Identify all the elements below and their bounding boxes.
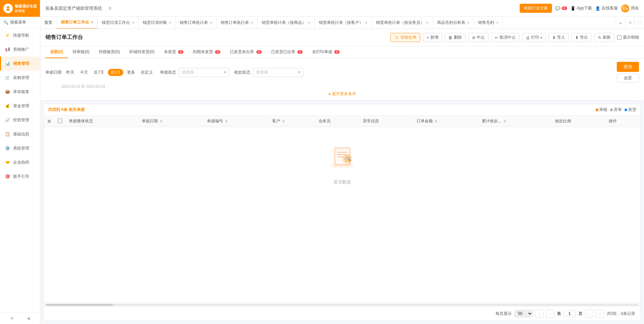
sales-customer-close-icon[interactable]: ✕ <box>365 21 368 25</box>
col-amount[interactable]: 订单金额 ⇅ <box>413 116 478 127</box>
col-customer[interactable]: 客户 ⇅ <box>269 116 315 127</box>
tab-cash-reconcile[interactable]: 钱货日清对账 ✕ <box>139 17 176 29</box>
sub-tab-all[interactable]: 全部(0) <box>45 46 68 58</box>
system-name: 装备及固定资产辅助管理系统 <box>45 5 102 11</box>
filter-setting-btn[interactable]: 设置 <box>617 74 639 83</box>
sidebar-settings-btn[interactable]: ⚙ <box>10 316 14 321</box>
col-number[interactable]: 单据编号 ⇅ <box>204 116 269 127</box>
sales-product-close-icon[interactable]: ✕ <box>308 21 310 25</box>
date-yesterday[interactable]: 昨天 <box>64 69 76 76</box>
first-page-btn[interactable]: « <box>535 310 544 318</box>
page-input[interactable] <box>564 310 576 317</box>
sub-tab-not-shipped[interactable]: 未发货 0 <box>159 46 188 58</box>
sub-tab-wangpu[interactable]: 旺铺待发货(0) <box>125 46 159 58</box>
pause-btn[interactable]: ⊘ 中止 <box>468 33 488 42</box>
sidebar-item-quicknav[interactable]: ⚡ 快捷导航 <box>0 28 40 42</box>
export-btn[interactable]: ⬆ 导出 <box>571 33 592 42</box>
tab-cash-daily[interactable]: 钱货日清工作台 ✕ <box>98 17 139 29</box>
sidebar-collapse-btn[interactable]: ◀ <box>27 316 30 321</box>
sidebar-item-marketing[interactable]: 📢 营销推广 <box>0 42 40 56</box>
date-7days[interactable]: 近7天 <box>92 69 106 76</box>
smart-generate-btn[interactable]: ✨ 智能生单 <box>390 33 420 42</box>
sub-tab-overdue-ship[interactable]: 到期未发货 0 <box>188 46 225 58</box>
industry-btn[interactable]: 体验行业方案 <box>520 4 552 13</box>
sidebar-item-system[interactable]: ⚙️ 系统管理 <box>0 141 40 155</box>
page-size-select[interactable]: 50 20 100 <box>514 310 533 317</box>
table-scroll[interactable]: ⚙ 单据整体状态 单据日期 ⇅ 单据编号 ⇅ <box>44 116 640 302</box>
scrollbar-thumb[interactable] <box>46 304 113 306</box>
horizontal-scrollbar[interactable] <box>44 302 640 307</box>
date-custom[interactable]: 自定义 <box>139 69 155 76</box>
sidebar-system-label: 系统管理 <box>13 146 29 151</box>
tab-close-all-btn[interactable]: ✕ <box>625 17 635 29</box>
last-page-btn[interactable]: » <box>596 310 604 318</box>
cancel-pause-btn[interactable]: ↩ 取消中止 <box>491 33 519 42</box>
tab-more-btn[interactable]: ▸ <box>616 17 625 29</box>
online-service-btn[interactable]: 👤 在线客服 <box>595 5 618 11</box>
col-date[interactable]: 单据日期 ⇅ <box>138 116 204 127</box>
gross-margin-close-icon[interactable]: ✕ <box>467 21 470 25</box>
sales-staff-close-icon[interactable]: ✕ <box>426 21 429 25</box>
sidebar-item-search[interactable]: 🔍 搜索菜单 <box>0 17 40 28</box>
expand-conditions-btn[interactable]: ▾ 展开更多条件 <box>329 91 356 97</box>
sidebar-item-basic[interactable]: 📋 基础信息 <box>0 127 40 141</box>
date-today[interactable]: 今天 <box>78 69 90 76</box>
tab-fullscreen-btn[interactable]: ⛶ <box>635 17 644 29</box>
app-download-btn[interactable]: 📱 App下载 <box>570 5 592 11</box>
sales-exec-close-icon[interactable]: ✕ <box>251 21 253 25</box>
user-area[interactable]: Ea 用友 <box>621 4 639 12</box>
sidebar-item-finance[interactable]: 💰 资金管理 <box>0 99 40 113</box>
sales-more-close-icon[interactable]: ✕ <box>496 21 499 25</box>
sub-tab-not-printed[interactable]: 未打印单据 0 <box>307 46 344 58</box>
tab-sales-workbench[interactable]: 销售订单工作台 ✕ <box>57 17 98 29</box>
print-btn[interactable]: 🖨 打印 ▾ <box>522 33 546 42</box>
sub-tab-pending-check[interactable]: 待拣验货(0) <box>94 46 125 58</box>
review-action-btn[interactable]: 审核 <box>596 107 607 113</box>
prev-page-btn[interactable]: ‹ <box>546 310 554 318</box>
cash-reconcile-close-icon[interactable]: ✕ <box>169 21 171 25</box>
anti-review-action-btn[interactable]: 弃审 <box>610 107 622 113</box>
refresh-btn[interactable]: ↻ 刷新 <box>594 33 614 42</box>
import-btn[interactable]: ⬇ 导入 <box>549 33 569 42</box>
add-btn[interactable]: + 新增 <box>423 33 442 42</box>
date-more[interactable]: 更多 <box>125 69 137 76</box>
sidebar-item-purchase[interactable]: 🛒 采购管理 <box>0 71 40 85</box>
sidebar-marketing-label: 营销推广 <box>13 47 29 52</box>
tab-sales-stats[interactable]: 销售订单统计表 ✕ <box>176 17 217 29</box>
next-page-btn[interactable]: › <box>585 310 593 318</box>
cash-reconcile-tab-label: 钱货日清对账 <box>143 20 167 26</box>
select-all-checkbox[interactable] <box>58 119 62 123</box>
show-detail-toggle[interactable]: 显示明细 <box>617 35 639 40</box>
tab-home[interactable]: 首页 <box>40 17 57 29</box>
status-select[interactable]: 请选择 ▾ <box>179 68 229 77</box>
sidebar-item-inventory[interactable]: 📦 库存核算 <box>0 85 40 99</box>
sidebar-item-operations[interactable]: 📈 经营管理 <box>0 113 40 127</box>
show-detail-checkbox[interactable] <box>617 35 621 40</box>
sidebar-item-sales[interactable]: 📊 销售管理 <box>0 56 40 71</box>
col-collected[interactable]: 累计收款... ⇅ <box>478 116 552 127</box>
payment-select[interactable]: 请选择 ▾ <box>253 68 303 77</box>
sub-tab-pending-review[interactable]: 待审核(0) <box>68 46 94 58</box>
tab-sales-by-product[interactable]: 销货单统计表（按商品） ✕ <box>258 17 315 29</box>
query-btn[interactable]: 查询 <box>617 62 639 72</box>
sidebar-item-guide[interactable]: 🎯 新手引导 <box>0 169 40 184</box>
tab-sales-exec[interactable]: 销售订单执行表 ✕ <box>217 17 258 29</box>
tab-sales-more[interactable]: 销售毛利 ✕ <box>474 17 503 29</box>
tab-sales-by-staff[interactable]: 销货单统计表（按业务员） ✕ <box>372 17 433 29</box>
sales-stats-close-icon[interactable]: ✕ <box>210 21 212 25</box>
sidebar-item-enterprise[interactable]: 🤝 企业协同 <box>0 155 40 169</box>
user-name: 用友 <box>631 5 639 11</box>
message-btn[interactable]: 💬 6 <box>555 6 567 11</box>
delete-btn[interactable]: 🗑 删除 <box>445 33 466 42</box>
col-settings[interactable]: ⚙ <box>44 116 54 127</box>
settings-icon-header[interactable]: ⚙ <box>108 6 112 11</box>
ship-action-btn[interactable]: 发货 <box>625 107 636 113</box>
date-1month[interactable]: 近1月 <box>108 69 124 76</box>
sub-tab-shipped-out[interactable]: 已发货已出库 0 <box>266 46 307 58</box>
sales-workbench-close-icon[interactable]: ✕ <box>91 21 93 24</box>
tab-sales-by-customer[interactable]: 销货单统计表（按客户） ✕ <box>315 17 372 29</box>
import-icon: ⬇ <box>552 35 556 40</box>
sub-tab-shipped-not-out[interactable]: 已发货未出库 0 <box>225 46 266 58</box>
tab-gross-margin[interactable]: 商品毛利分析表 ✕ <box>433 17 474 29</box>
cash-daily-close-icon[interactable]: ✕ <box>132 21 134 25</box>
